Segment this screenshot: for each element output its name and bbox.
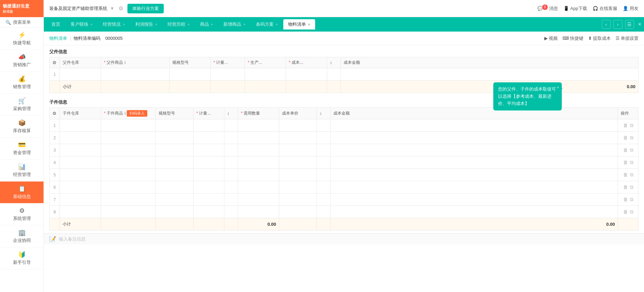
child-qty-cell[interactable]	[238, 181, 279, 194]
nav-menu-btn[interactable]: ☰	[625, 20, 634, 29]
child-goods-cell[interactable]	[101, 169, 156, 181]
child-unit-cost-cell[interactable]	[279, 144, 317, 156]
delete-icon[interactable]: 🗑	[623, 147, 628, 153]
child-unit-cell[interactable]	[194, 169, 224, 181]
tab-home[interactable]: 首页	[47, 19, 65, 30]
sidebar-item-basic-info[interactable]: 📋 基础信息	[0, 182, 44, 203]
delete-icon[interactable]: 🗑	[623, 172, 628, 178]
child-amount-cell[interactable]	[331, 194, 618, 206]
single-settings-btn[interactable]: ☰ 单据设置	[616, 35, 639, 42]
child-qty-cell[interactable]	[238, 156, 279, 169]
tab-new-goods-close[interactable]: ×	[243, 22, 245, 26]
tab-customer[interactable]: 客户联络 ×	[66, 19, 97, 30]
view-btn[interactable]: ▶ 视频	[544, 35, 558, 42]
child-spec-cell[interactable]	[156, 119, 194, 132]
child-warehouse-cell[interactable]	[60, 156, 101, 169]
child-goods-cell[interactable]	[101, 132, 156, 144]
scan-btn[interactable]: 扫码录入	[127, 110, 147, 117]
tab-goods[interactable]: 商品 ×	[195, 19, 218, 30]
child-qty-cell[interactable]	[238, 194, 279, 206]
child-amount-cell[interactable]	[331, 181, 618, 194]
sidebar-item-quick-nav[interactable]: ⚡ 快捷导航	[0, 28, 44, 50]
child-qty-cell[interactable]	[238, 169, 279, 181]
child-unit-cell[interactable]	[194, 144, 224, 156]
dropdown-icon[interactable]: ▼	[110, 6, 114, 11]
child-unit-cost-cell[interactable]	[279, 119, 317, 132]
child-spec-cell[interactable]	[156, 169, 194, 181]
child-goods-cell[interactable]	[101, 181, 156, 194]
child-spec-cell[interactable]	[156, 144, 194, 156]
nav-prev-btn[interactable]: ‹	[602, 20, 611, 29]
sidebar-item-sales[interactable]: 💰 销售管理	[0, 72, 44, 94]
child-spec-cell[interactable]	[156, 156, 194, 169]
child-amount-cell[interactable]	[331, 206, 618, 218]
delete-icon[interactable]: 🗑	[623, 209, 628, 215]
sidebar-item-enterprise[interactable]: 🏢 企业协同	[0, 225, 44, 247]
delete-icon[interactable]: 🗑	[623, 122, 628, 128]
copy-icon[interactable]: ⧉	[630, 209, 633, 215]
tooltip-close-btn[interactable]: ×	[557, 84, 559, 91]
copy-icon[interactable]: ⧉	[630, 122, 633, 128]
copy-icon[interactable]: ⧉	[630, 160, 633, 165]
user-btn[interactable]: 👤 用友	[623, 5, 639, 12]
sidebar-item-operations[interactable]: 📊 经营管理	[0, 160, 44, 182]
sidebar-item-finance[interactable]: 💳 资金管理	[0, 138, 44, 160]
delete-icon[interactable]: 🗑	[623, 135, 628, 141]
child-warehouse-cell[interactable]	[60, 181, 101, 194]
child-unit-cell[interactable]	[194, 181, 224, 194]
copy-icon[interactable]: ⧉	[630, 197, 633, 202]
copy-icon[interactable]: ⧉	[630, 147, 633, 153]
copy-icon[interactable]: ⧉	[630, 135, 633, 141]
tab-profit-close[interactable]: ×	[155, 22, 157, 26]
tab-customer-close[interactable]: ×	[90, 22, 92, 26]
child-goods-cell[interactable]	[101, 156, 156, 169]
sidebar-item-marketing[interactable]: 📣 营销推广	[0, 50, 44, 72]
sidebar-item-guide[interactable]: 🔰 新手引导	[0, 247, 44, 269]
child-goods-cell[interactable]	[101, 206, 156, 218]
tab-history[interactable]: 经营历程 ×	[163, 19, 194, 30]
child-unit-cell[interactable]	[194, 132, 224, 144]
child-spec-cell[interactable]	[156, 206, 194, 218]
parent-amount-cell[interactable]	[341, 68, 639, 81]
child-amount-cell[interactable]	[331, 119, 618, 132]
child-warehouse-cell[interactable]	[60, 144, 101, 156]
parent-col-sort[interactable]: ↕	[327, 57, 341, 68]
child-warehouse-cell[interactable]	[60, 194, 101, 206]
child-amount-cell[interactable]	[331, 144, 618, 156]
close-page-btn[interactable]: ×	[638, 21, 641, 27]
parent-unit-cell[interactable]	[211, 68, 245, 81]
child-warehouse-cell[interactable]	[60, 169, 101, 181]
child-qty-cell[interactable]	[238, 206, 279, 218]
delete-icon[interactable]: 🗑	[623, 197, 628, 202]
delete-icon[interactable]: 🗑	[623, 184, 628, 190]
child-col-sort[interactable]: ↕	[224, 108, 238, 119]
child-amount-cell[interactable]	[331, 169, 618, 181]
breadcrumb-parent[interactable]: 物料清单	[49, 35, 67, 42]
parent-cost-cell[interactable]	[286, 68, 327, 81]
child-unit-cost-cell[interactable]	[279, 156, 317, 169]
child-unit-cost-cell[interactable]	[279, 181, 317, 194]
note-placeholder[interactable]: 输入备注信息	[59, 236, 86, 242]
child-warehouse-cell[interactable]	[60, 206, 101, 218]
tab-barcode[interactable]: 条码方案 ×	[251, 19, 283, 30]
child-warehouse-cell[interactable]	[60, 132, 101, 144]
tab-barcode-close[interactable]: ×	[276, 22, 278, 26]
sidebar-item-system[interactable]: ⚙ 系统管理	[0, 203, 44, 225]
parent-warehouse-cell[interactable]	[60, 68, 101, 81]
copy-icon[interactable]: ⧉	[630, 184, 633, 190]
online-service-btn[interactable]: 🎧 在线客服	[593, 5, 617, 12]
app-download-btn[interactable]: 📱 App下载	[564, 5, 587, 12]
child-col-settings[interactable]: ⚙	[50, 108, 60, 119]
tab-bom[interactable]: 物料清单 ×	[283, 19, 315, 30]
tab-history-close[interactable]: ×	[187, 22, 189, 26]
tab-operations-close[interactable]: ×	[123, 22, 125, 26]
parent-production-cell[interactable]	[245, 68, 286, 81]
child-unit-cell[interactable]	[194, 119, 224, 132]
tab-profit[interactable]: 利润报告 ×	[131, 19, 162, 30]
tab-goods-close[interactable]: ×	[211, 22, 213, 26]
child-unit-cost-cell[interactable]	[279, 132, 317, 144]
child-goods-cell[interactable]	[101, 144, 156, 156]
child-col-sort2[interactable]: ↕	[317, 108, 331, 119]
sidebar-item-inventory[interactable]: 📦 库存核算	[0, 116, 44, 138]
child-unit-cell[interactable]	[194, 156, 224, 169]
